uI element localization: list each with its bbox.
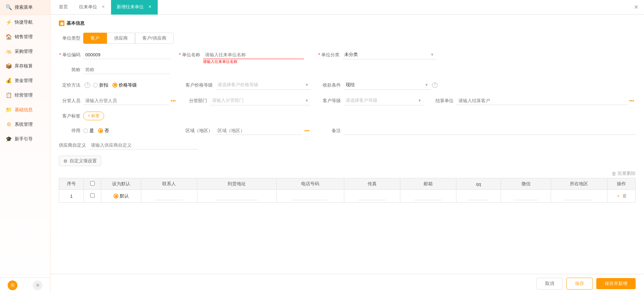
custom-settings-button[interactable]: ⚙ 自定义项设置 <box>59 156 101 166</box>
region-input-wrapper <box>215 127 303 135</box>
department-label: 分管部门 <box>186 98 210 104</box>
customer-price-level-select[interactable]: 请选择客户价格等级 ▼ <box>215 80 311 90</box>
tab-new-unit-label: 新增往来单位 <box>117 4 144 10</box>
payment-terms-help-icon[interactable]: ? <box>432 82 438 88</box>
close-trading-units-icon[interactable]: ✕ <box>101 5 105 9</box>
manager-input[interactable] <box>83 97 169 105</box>
sidebar-item-quicknav[interactable]: ⚡ 快捷导航 <box>0 15 50 30</box>
tab-trading-units[interactable]: 往来单位 ✕ <box>73 0 111 15</box>
row-fax-input[interactable] <box>358 192 386 200</box>
pricing-level-option[interactable]: 价格等级 <box>112 82 137 88</box>
unit-name-input[interactable] <box>203 51 304 59</box>
type-btn-supplier[interactable]: 供应商 <box>107 33 135 44</box>
disabled-no-radio[interactable] <box>98 128 103 133</box>
main-area: 首页 往来单位 ✕ 新增往来单位 ✕ ✕ ▣ 基本信息 单位类型 客户 供应商 … <box>50 0 644 293</box>
col-region: 所在地区 <box>551 178 607 190</box>
sidebar-item-guide[interactable]: 🎓 新手引导 <box>0 132 50 146</box>
region-dots-btn[interactable]: ••• <box>303 128 311 133</box>
department-group: 分管部门 请输入分管部门 ▼ <box>186 96 311 105</box>
disabled-yes-radio[interactable] <box>83 128 88 133</box>
supplier-custom-input[interactable] <box>89 141 198 149</box>
close-new-unit-icon[interactable]: ✕ <box>147 5 152 9</box>
pricing-help-icon[interactable]: ? <box>85 82 90 88</box>
col-phone: 电话号码 <box>276 178 344 190</box>
row-qq-input[interactable] <box>468 192 489 200</box>
customer-level-select[interactable]: 请选择客户等级 ▼ <box>344 96 424 105</box>
settlement-unit-input[interactable] <box>456 97 628 105</box>
payment-terms-chevron: ▼ <box>425 83 429 87</box>
contacts-table: 序号 设为默认 联系人 到货地址 电话号码 传真 邮箱 qq 微信 所在地区 操… <box>59 178 636 203</box>
customer-price-level-group: 客户价格等级 请选择客户价格等级 ▼ <box>186 80 311 90</box>
disabled-yes-option[interactable]: 是 <box>83 128 94 134</box>
row-default-radio[interactable] <box>113 194 118 198</box>
sidebar-item-finance[interactable]: 💰 资金管理 <box>0 73 50 88</box>
remark-input[interactable] <box>344 127 636 135</box>
department-select[interactable]: 请输入分管部门 ▼ <box>210 96 311 105</box>
row-region-input[interactable] <box>565 192 593 200</box>
unit-category-select[interactable]: 未分类 ▼ <box>342 50 436 59</box>
row-actions: ＋ 🗑 <box>607 190 635 203</box>
abbr-row: 简称 <box>59 66 636 74</box>
tab-bar-close-button[interactable]: ✕ <box>631 4 641 10</box>
sidebar-item-purchase-label: 采购管理 <box>15 48 33 55</box>
select-all-checkbox[interactable] <box>90 181 95 186</box>
disabled-region-remark-row: 停用 是 否 区域（地区） ••• <box>59 127 636 135</box>
save-and-new-button[interactable]: 保存并新增 <box>596 278 636 289</box>
sidebar-item-sales[interactable]: 🏠 销售管理 <box>0 30 50 44</box>
sidebar-item-sales-label: 销售管理 <box>15 34 33 40</box>
abbr-label: 简称 <box>59 67 83 73</box>
sidebar-item-search[interactable]: 🔍 搜索菜单 <box>0 0 50 15</box>
cancel-button[interactable]: 取消 <box>536 278 563 290</box>
batch-delete-icon: 🗑 <box>612 171 616 176</box>
sidebar-item-purchase[interactable]: 🛍 采购管理 <box>0 44 50 59</box>
sidebar-item-system[interactable]: ⚙ 系统管理 <box>0 117 50 132</box>
tab-home[interactable]: 首页 <box>53 0 73 15</box>
region-input[interactable] <box>215 127 303 135</box>
sales-icon: 🏠 <box>6 34 12 40</box>
sidebar-item-inventory-label: 库存核算 <box>15 63 33 69</box>
row-address-input[interactable] <box>216 192 258 200</box>
row-qq <box>456 190 501 203</box>
row-add-icon[interactable]: ＋ <box>616 193 621 199</box>
row-contact-input[interactable] <box>155 192 183 200</box>
unit-code-input-wrapper <box>83 51 170 59</box>
user-avatar[interactable]: 用 <box>8 280 17 290</box>
row-checkbox[interactable] <box>90 193 95 198</box>
row-email-input[interactable] <box>414 192 442 200</box>
payment-terms-value: 现结 <box>346 82 355 88</box>
quicknav-icon: ⚡ <box>6 19 12 25</box>
disabled-no-option[interactable]: 否 <box>98 128 109 134</box>
sidebar-item-finance-label: 资金管理 <box>15 78 33 84</box>
type-btn-customer[interactable]: 客户 <box>83 33 107 44</box>
row-wechat-input[interactable] <box>514 192 538 200</box>
customer-price-level-label: 客户价格等级 <box>186 82 215 88</box>
gear-icon: ⚙ <box>63 158 68 164</box>
row-phone-input[interactable] <box>293 192 328 200</box>
sidebar: 🔍 搜索菜单 ⚡ 快捷导航 🏠 销售管理 🛍 采购管理 📦 库存核算 💰 资金管… <box>0 0 50 293</box>
payment-terms-select[interactable]: 现结 ▼ <box>344 80 431 90</box>
row-delete-icon[interactable]: 🗑 <box>622 193 627 199</box>
sidebar-settings-icon[interactable]: ⚙ <box>33 280 42 290</box>
settlement-unit-dots-btn[interactable]: ••• <box>628 98 636 104</box>
add-tag-button[interactable]: + 标签 <box>83 112 104 120</box>
table-body: 1 默认 <box>59 190 636 203</box>
pricing-discount-option[interactable]: 折扣 <box>93 82 108 88</box>
tab-new-unit[interactable]: 新增往来单位 ✕ <box>111 0 158 15</box>
unit-code-input[interactable] <box>83 51 170 59</box>
supplier-custom-group: 供应商自定义 <box>59 141 198 149</box>
pricing-discount-radio[interactable] <box>93 83 98 88</box>
region-label: 区域（地区） <box>186 128 215 134</box>
save-button[interactable]: 保存 <box>566 278 593 290</box>
col-contact: 联系人 <box>141 178 197 190</box>
operations-icon: 📋 <box>6 92 12 98</box>
manager-dots-btn[interactable]: ••• <box>169 98 177 104</box>
sidebar-item-inventory[interactable]: 📦 库存核算 <box>0 59 50 73</box>
sidebar-item-operations[interactable]: 📋 经营管理 <box>0 88 50 103</box>
batch-delete-label[interactable]: 批量删除 <box>618 170 636 177</box>
row-default-radio-item[interactable]: 默认 <box>104 193 138 199</box>
pricing-level-radio[interactable] <box>112 83 117 88</box>
type-btn-both[interactable]: 客户/供应商 <box>135 33 174 44</box>
sidebar-item-basic[interactable]: 📁 基础信息 <box>0 103 50 117</box>
abbr-input[interactable] <box>83 66 170 74</box>
section-header: ▣ 基本信息 <box>59 20 636 26</box>
